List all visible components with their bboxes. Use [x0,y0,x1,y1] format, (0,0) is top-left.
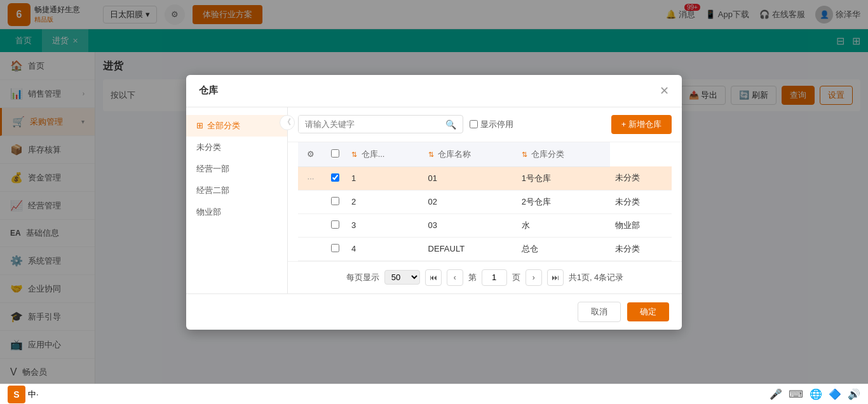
table-row[interactable]: ··· 1 01 1号仓库 未分类 [298,166,672,190]
page-size-select[interactable]: 50 10 20 100 [384,270,420,285]
th-settings: ⚙ [298,142,323,167]
row-name: 2号仓库 [517,190,610,213]
category-sidebar: ⊞ 全部分类 《 未分类 经营一部 经营二部 物业部 [186,107,288,293]
row-category: 物业部 [610,213,672,237]
show-disabled-checkbox[interactable] [470,120,478,128]
row-checkbox[interactable] [331,173,339,182]
warehouse-table: ⚙ ⇅ 仓库... ⇅ 仓库名称 [298,142,672,261]
last-page-button[interactable]: ⏭ [547,269,564,286]
volume-bottom-icon[interactable]: 🔊 [848,388,860,400]
page-info: 共1页, 4条记录 [569,272,624,283]
row-category: 未分类 [610,166,672,190]
grid-icon: ⊞ [196,121,203,130]
row-seq: 3 [346,213,423,237]
sort-category-icon: ⇅ [522,151,527,158]
s-logo-icon: S [8,386,25,403]
row-seq: 1 [346,166,423,190]
confirm-button[interactable]: 确定 [627,302,669,321]
bottom-logo: S 中· [8,386,39,403]
sort-id-icon: ⇅ [351,151,357,158]
row-check-cell [323,237,346,260]
new-warehouse-button[interactable]: + 新增仓库 [611,115,672,134]
category-all[interactable]: ⊞ 全部分类 [186,115,287,137]
row-check-cell [323,213,346,237]
table-row[interactable]: 3 03 水 物业部 [298,213,672,237]
modal-title: 仓库 [199,84,218,97]
category-item-dept1[interactable]: 经营一部 [186,158,287,180]
modal-close-button[interactable]: ✕ [660,84,669,98]
row-options-cell [298,190,323,213]
show-disabled-label: 显示停用 [480,119,513,130]
row-seq: 2 [346,190,423,213]
page-unit: 页 [512,272,520,283]
row-options-cell [298,237,323,260]
modal-overlay: 仓库 ✕ ⊞ 全部分类 《 未分类 经营一部 经营二部 物业部 [0,0,868,404]
th-checkbox [323,142,346,167]
search-icon[interactable]: 🔍 [439,119,463,130]
row-name: 1号仓库 [517,166,610,190]
table-row[interactable]: 4 DEFAULT 总仓 未分类 [298,237,672,260]
row-name: 总仓 [517,237,610,260]
th-name: ⇅ 仓库名称 [423,142,517,167]
row-options-cell [298,213,323,237]
select-all-checkbox[interactable] [331,149,339,158]
sort-name-icon: ⇅ [428,151,434,158]
row-options-cell: ··· [298,166,323,190]
category-item-unclassified[interactable]: 未分类 [186,137,287,158]
modal-toolbar: 🔍 显示停用 + 新增仓库 [288,107,682,142]
th-category: ⇅ 仓库分类 [517,142,610,167]
row-checkbox[interactable] [331,197,339,205]
modal-header: 仓库 ✕ [186,75,682,107]
row-id: 03 [423,213,517,237]
search-input[interactable] [299,116,439,133]
diamond-icon[interactable]: 🔷 [829,388,841,400]
row-category: 未分类 [610,190,672,213]
mic-icon[interactable]: 🎤 [770,388,782,400]
table-header-row: ⚙ ⇅ 仓库... ⇅ 仓库名称 [298,142,672,167]
row-checkbox[interactable] [331,220,339,229]
cancel-button[interactable]: 取消 [578,302,621,322]
row-check-cell [323,166,346,190]
category-item-dept2[interactable]: 经营二部 [186,180,287,201]
warehouse-table-wrap: ⚙ ⇅ 仓库... ⇅ 仓库名称 [288,142,682,261]
category-toggle-button[interactable]: 《 [280,115,295,130]
search-input-wrap: 🔍 [298,115,463,133]
keyboard-icon[interactable]: ⌨ [789,388,803,400]
page-size-label: 每页显示 [346,272,379,283]
modal-main: 🔍 显示停用 + 新增仓库 ⚙ [288,107,682,293]
page-label: 第 [468,272,477,283]
row-check-cell [323,190,346,213]
th-id: ⇅ 仓库... [346,142,423,167]
show-disabled-wrap: 显示停用 [470,119,513,130]
next-page-button[interactable]: › [526,269,542,286]
row-category: 未分类 [610,237,672,260]
pagination: 每页显示 50 10 20 100 ⏮ ‹ 第 页 › ⏭ 共1页, 4条记录 [288,261,682,293]
prev-page-button[interactable]: ‹ [447,269,463,286]
modal-body: ⊞ 全部分类 《 未分类 经营一部 经营二部 物业部 🔍 [186,107,682,293]
page-input[interactable] [482,269,507,286]
row-name: 水 [517,213,610,237]
category-item-property[interactable]: 物业部 [186,201,287,223]
row-more-icon[interactable]: ··· [308,173,315,183]
bottom-bar: S 中· 🎤 ⌨ 🌐 🔷 🔊 [0,384,868,404]
language-icon[interactable]: 🌐 [810,388,822,400]
warehouse-modal: 仓库 ✕ ⊞ 全部分类 《 未分类 经营一部 经营二部 物业部 [186,75,682,330]
row-checkbox[interactable] [331,244,339,252]
row-id: 02 [423,190,517,213]
modal-footer: 取消 确定 [186,293,682,330]
row-seq: 4 [346,237,423,260]
table-row[interactable]: 2 02 2号仓库 未分类 [298,190,672,213]
row-id: 01 [423,166,517,190]
row-id: DEFAULT [423,237,517,260]
first-page-button[interactable]: ⏮ [425,269,442,286]
